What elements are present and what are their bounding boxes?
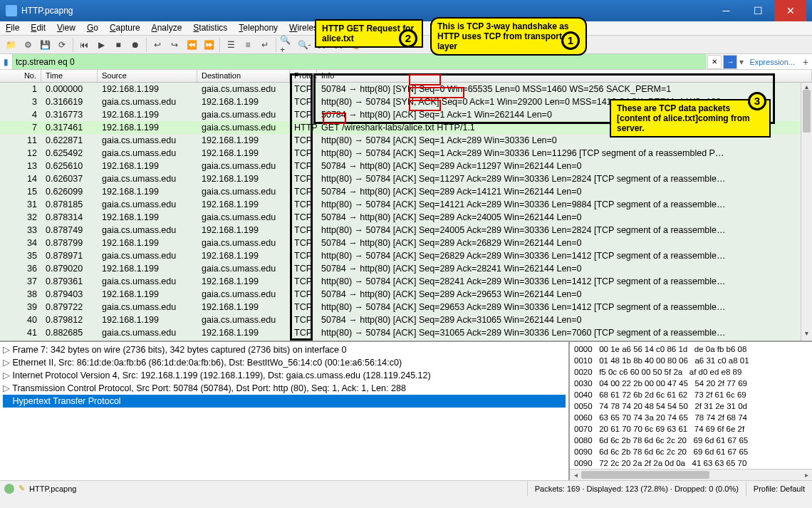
settings-icon[interactable]: ⚙ [20, 37, 36, 53]
step-fwd-icon[interactable]: ↪ [167, 37, 182, 53]
col-header-no[interactable]: No. [0, 70, 41, 82]
annotation-1: This is TCP 3-way handshake as HTTP uses… [430, 17, 587, 56]
hex-line[interactable]: 0060 63 65 70 74 3a 20 74 65 78 74 2f 68… [574, 412, 812, 423]
reload-icon[interactable]: ⟳ [54, 37, 70, 53]
hex-line[interactable]: 0090 6d 6c 2b 78 6d 6c 2c 20 69 6d 61 67… [574, 446, 812, 457]
menu-capture[interactable]: Capture [104, 21, 146, 35]
hex-line[interactable]: 0020 f5 0c c6 60 00 50 5f 2a af d0 ed e8… [574, 366, 812, 378]
hex-line[interactable]: 0080 6d 6c 2b 78 6d 6c 2c 20 69 6d 61 67… [574, 435, 812, 446]
expression-link[interactable]: Expression... [745, 58, 799, 66]
status-packets: Packets: 169 · Displayed: 123 (72.8%) · … [527, 481, 746, 496]
menu-view[interactable]: View [51, 21, 81, 35]
hex-scrollbar-h[interactable]: ◂▸ [570, 469, 812, 480]
packet-row[interactable]: 380.879403192.168.1.199gaia.cs.umass.edu… [0, 288, 812, 301]
detail-line[interactable]: ▷ Internet Protocol Version 4, Src: 192.… [3, 369, 566, 382]
col-header-source[interactable]: Source [98, 70, 197, 82]
packet-row[interactable]: 360.879020192.168.1.199gaia.cs.umass.edu… [0, 262, 812, 275]
annotation-2: HTTP GET Request for alice.txt 2 [315, 19, 423, 48]
packet-row[interactable]: 130.625610192.168.1.199gaia.cs.umass.edu… [0, 160, 812, 172]
packet-bytes[interactable]: 0000 00 1e a6 56 14 c0 86 1d de 0a fb b6… [568, 342, 812, 480]
hex-line[interactable]: 0010 01 48 1b 8b 40 00 80 06 a6 31 c0 a8… [574, 355, 812, 366]
step-back-icon[interactable]: ↩ [150, 37, 165, 53]
menu-file[interactable]: File [0, 21, 25, 35]
packet-row[interactable]: 320.878314192.168.1.199gaia.cs.umass.edu… [0, 211, 812, 224]
packet-row[interactable]: 150.626099192.168.1.199gaia.cs.umass.edu… [0, 185, 812, 198]
list-icon[interactable]: ☰ [223, 37, 239, 53]
packet-row[interactable]: 340.878799192.168.1.199gaia.cs.umass.edu… [0, 237, 812, 249]
packet-row[interactable]: 410.882685gaia.cs.umass.edu192.168.1.199… [0, 326, 812, 339]
packet-details[interactable]: ▷ Frame 7: 342 bytes on wire (2736 bits)… [0, 342, 568, 480]
packet-row[interactable]: 10.000000192.168.1.199gaia.cs.umass.eduT… [0, 83, 812, 95]
apply-filter-button[interactable]: → [723, 55, 737, 69]
zoom-out-icon[interactable]: 🔍- [296, 37, 312, 53]
filter-bookmark-icon[interactable]: ▮ [0, 54, 13, 69]
go-first-icon[interactable]: ⏮ [76, 37, 92, 53]
annotation-3: These are TCP data packets [content of a… [610, 99, 771, 138]
detail-line[interactable]: ▷ Ethernet II, Src: 86:1d:de:0a:fb:b6 (8… [3, 356, 566, 369]
hex-line[interactable]: 0000 00 1e a6 56 14 c0 86 1d de 0a fb b6… [574, 343, 812, 355]
detail-line[interactable]: ▷ Frame 7: 342 bytes on wire (2736 bits)… [3, 343, 566, 356]
packet-row[interactable]: 140.626037gaia.cs.umass.edu192.168.1.199… [0, 172, 812, 185]
detail-line[interactable]: Hypertext Transfer Protocol [3, 395, 566, 408]
packet-row[interactable]: 370.879361gaia.cs.umass.edu192.168.1.199… [0, 275, 812, 288]
expert-info-icon[interactable]: ✎ [19, 484, 25, 493]
hex-line[interactable]: 0070 20 61 70 70 6c 69 63 61 74 69 6f 6e… [574, 423, 812, 435]
packet-row[interactable]: 420.882796192.168.1.199gaia.cs.umass.edu… [0, 339, 812, 341]
status-file-label: HTTP.pcapng [29, 484, 76, 493]
packet-list-header: No. Time Source Destination Protocol Inf… [0, 70, 812, 83]
maximize-button[interactable]: ☐ [742, 0, 774, 21]
play-icon[interactable]: ▶ [93, 37, 109, 53]
clear-filter-button[interactable]: ✕ [707, 55, 722, 69]
zoom-in-icon[interactable]: 🔍+ [279, 37, 295, 53]
packet-row[interactable]: 310.878185gaia.cs.umass.edu192.168.1.199… [0, 198, 812, 211]
packet-row[interactable]: 330.878749gaia.cs.umass.edu192.168.1.199… [0, 224, 812, 237]
minimize-button[interactable]: ─ [710, 0, 742, 21]
titlebar: HTTP.pcapng ─ ☐ ✕ [0, 0, 812, 21]
packet-row[interactable]: 120.625492gaia.cs.umass.edu192.168.1.199… [0, 147, 812, 160]
bottom-panes: ▷ Frame 7: 342 bytes on wire (2736 bits)… [0, 341, 812, 480]
folder-icon[interactable]: 📁 [3, 37, 19, 53]
save-icon[interactable]: 💾 [37, 37, 53, 53]
hex-line[interactable]: 0040 68 61 72 6b 2d 6c 61 62 73 2f 61 6c… [574, 389, 812, 400]
col-header-protocol[interactable]: Protocol [290, 70, 317, 82]
menu-go[interactable]: Go [81, 21, 104, 35]
filter-dropdown-icon[interactable]: ▾ [738, 57, 745, 67]
window-title: HTTP.pcapng [21, 6, 710, 16]
hex-line[interactable]: 0050 74 78 74 20 48 54 54 50 2f 31 2e 31… [574, 400, 812, 412]
record-icon[interactable]: ⏺ [127, 37, 143, 53]
skip-back-icon[interactable]: ⏪ [184, 37, 199, 53]
menu-telephony[interactable]: Telephony [233, 21, 283, 35]
add-filter-button[interactable]: + [799, 56, 812, 68]
list2-icon[interactable]: ≡ [240, 37, 256, 53]
wrap-icon[interactable]: ↵ [257, 37, 273, 53]
hex-line[interactable]: 0030 04 00 22 2b 00 00 47 45 54 20 2f 77… [574, 378, 812, 389]
filter-bar: ▮ ✕ → ▾ Expression... + [0, 54, 812, 70]
menu-analyze[interactable]: Analyze [146, 21, 188, 35]
col-header-info[interactable]: Info [317, 70, 812, 82]
statusbar: ✎ HTTP.pcapng Packets: 169 · Displayed: … [0, 480, 812, 496]
menu-statistics[interactable]: Statistics [187, 21, 233, 35]
status-profile[interactable]: Profile: Default [746, 481, 812, 496]
menu-edit[interactable]: Edit [25, 21, 51, 35]
packet-row[interactable]: 400.879812192.168.1.199gaia.cs.umass.edu… [0, 313, 812, 326]
app-icon [6, 5, 17, 16]
packet-row[interactable]: 390.879722gaia.cs.umass.edu192.168.1.199… [0, 301, 812, 313]
hex-line[interactable]: 0090 72 2c 20 2a 2f 2a 0d 0a 41 63 63 65… [574, 457, 812, 469]
display-filter-input[interactable] [13, 54, 707, 69]
skip-fwd-icon[interactable]: ⏩ [201, 37, 217, 53]
packet-row[interactable]: 350.878971gaia.cs.umass.edu192.168.1.199… [0, 249, 812, 262]
stop-icon[interactable]: ■ [110, 37, 126, 53]
capture-status-icon [4, 484, 14, 494]
detail-line[interactable]: ▷ Transmission Control Protocol, Src Por… [3, 382, 566, 395]
close-button[interactable]: ✕ [774, 0, 806, 21]
packet-list-scrollbar[interactable]: ▴ ▾ [801, 83, 812, 341]
col-header-time[interactable]: Time [41, 70, 98, 82]
col-header-destination[interactable]: Destination [197, 70, 290, 82]
